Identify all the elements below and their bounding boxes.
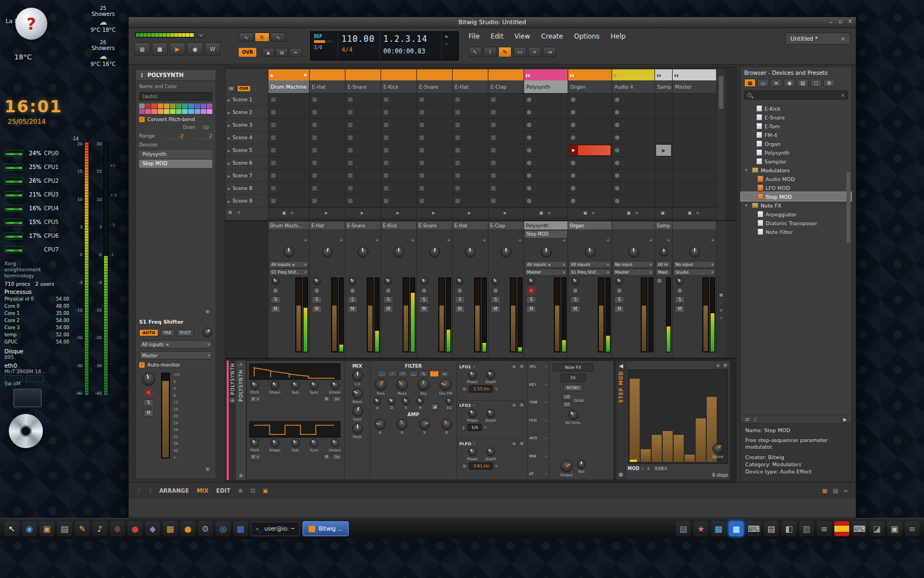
device-pan-knob[interactable] bbox=[577, 460, 586, 469]
lfo2-depth-knob[interactable] bbox=[486, 409, 495, 418]
track-output-select[interactable]: Master▾ bbox=[139, 351, 212, 359]
scene-stop-row[interactable]: ▦ ≡ bbox=[226, 208, 268, 217]
taskbar-icon[interactable]: ♪ bbox=[92, 521, 107, 536]
browser-item[interactable]: Audio MOD bbox=[741, 175, 851, 183]
track-name[interactable]: Drum Machine bbox=[268, 80, 309, 94]
lfo2-rate[interactable]: 1/4 bbox=[468, 424, 482, 431]
solo-button[interactable]: S bbox=[675, 296, 685, 303]
trim-knob[interactable] bbox=[456, 277, 464, 285]
pan-knob[interactable] bbox=[268, 244, 309, 260]
overdub-button[interactable]: OVR bbox=[239, 48, 256, 57]
mute-button[interactable]: M bbox=[526, 306, 536, 313]
clip-slots[interactable] bbox=[453, 94, 488, 208]
trim-knob[interactable] bbox=[272, 277, 279, 285]
filter-eg-knob[interactable] bbox=[446, 397, 453, 405]
browser-item[interactable]: Arpeggiator bbox=[741, 210, 851, 219]
solo-button[interactable]: S bbox=[271, 296, 280, 303]
retrigger-button[interactable]: R bbox=[323, 454, 331, 460]
filter-type-button[interactable]: ⌒ bbox=[430, 370, 439, 377]
scene-play-icon[interactable]: ▶ bbox=[228, 149, 230, 152]
taskbar-icon[interactable]: ⌨ bbox=[746, 521, 761, 536]
track-color-bar[interactable]: ▮▮ bbox=[524, 69, 568, 80]
stopped-clip[interactable]: ▶ bbox=[656, 145, 671, 156]
plfo-depth-knob[interactable] bbox=[486, 448, 495, 456]
color-swatch[interactable] bbox=[145, 109, 151, 114]
document-tab[interactable]: Untitled * × bbox=[785, 32, 850, 45]
retrig-button[interactable]: R bbox=[519, 364, 525, 369]
track-color-bar[interactable] bbox=[345, 69, 381, 80]
amp-r-knob[interactable] bbox=[441, 419, 452, 430]
add-track-device-button[interactable]: + bbox=[229, 397, 236, 403]
arm-button[interactable] bbox=[457, 287, 463, 294]
clip-slots[interactable]: ▶ bbox=[568, 94, 612, 208]
mixer-track-name[interactable] bbox=[673, 221, 716, 230]
legato-button[interactable]: LG bbox=[562, 394, 571, 400]
scene-play-icon[interactable]: ▶ bbox=[228, 136, 230, 140]
amp-s-knob[interactable] bbox=[419, 419, 430, 430]
color-swatch[interactable] bbox=[195, 109, 200, 114]
osc-knob[interactable] bbox=[331, 439, 339, 448]
color-swatch[interactable] bbox=[201, 103, 206, 108]
pan-knob[interactable] bbox=[568, 244, 612, 260]
taskbar-icon[interactable]: ↖ bbox=[4, 521, 19, 536]
track-name[interactable]: E-Kick bbox=[381, 80, 416, 94]
scene-row[interactable]: ▶Scene 9 bbox=[226, 195, 268, 208]
mute-button[interactable]: M bbox=[348, 306, 358, 313]
lfo1-rate[interactable]: 2.55 Hz bbox=[469, 385, 493, 392]
polarity-button[interactable]: ± bbox=[511, 402, 517, 408]
add-device-row[interactable]: + bbox=[453, 238, 488, 244]
automation-write-button[interactable]: W bbox=[205, 42, 221, 56]
step-bar[interactable] bbox=[630, 379, 640, 462]
osc-knob[interactable] bbox=[310, 439, 318, 448]
arm-button[interactable] bbox=[272, 287, 279, 294]
note-fx-slot[interactable]: Note FX bbox=[553, 363, 593, 372]
taskbar-icon[interactable]: ▥ bbox=[799, 521, 814, 536]
meter-options-button[interactable]: ▾ bbox=[197, 32, 205, 38]
color-swatch[interactable] bbox=[207, 103, 212, 108]
collapse-icon[interactable]: ◀ bbox=[619, 363, 623, 369]
plfo-phase-knob[interactable] bbox=[468, 448, 477, 456]
retrig-button[interactable]: R bbox=[722, 363, 728, 368]
metronome-button[interactable]: ▦ bbox=[134, 42, 150, 56]
edit-tool-button[interactable]: I bbox=[483, 47, 497, 57]
filter-env-s-knob[interactable] bbox=[402, 397, 410, 405]
add-device-row[interactable]: + bbox=[310, 238, 345, 244]
lfo-shape-icon[interactable]: ∿ bbox=[483, 425, 487, 430]
automation-follow-button[interactable]: ▲ bbox=[262, 48, 274, 57]
trim-knob[interactable] bbox=[384, 277, 392, 285]
arm-button[interactable] bbox=[385, 287, 392, 294]
taskbar-icon[interactable]: ▦ bbox=[711, 521, 726, 536]
step-bar[interactable] bbox=[674, 435, 684, 462]
loop-button[interactable]: ↻ bbox=[255, 32, 270, 42]
pan-knob[interactable] bbox=[488, 244, 524, 260]
taskbar-icon[interactable]: ■ bbox=[729, 521, 744, 536]
filter-type-button[interactable]: ≈ bbox=[440, 370, 449, 377]
input-select[interactable]: No input▾ bbox=[673, 261, 716, 268]
amp-d-knob[interactable] bbox=[397, 419, 408, 430]
play-button[interactable]: ▶ bbox=[169, 42, 185, 56]
convert-pitchbend-checkbox[interactable]: ✓ bbox=[139, 117, 145, 122]
taskbar-icon[interactable]: ⌨ bbox=[852, 521, 867, 536]
taskbar-icon[interactable]: ⚙ bbox=[198, 521, 213, 536]
add-device-row[interactable]: + bbox=[417, 238, 452, 244]
edit-tool-button[interactable]: ⌖ bbox=[528, 47, 541, 57]
track-color-bar[interactable]: ▮▮ bbox=[568, 69, 612, 80]
track-name[interactable]: E-Hat bbox=[310, 80, 345, 94]
track-device-tab[interactable]: POLYSYNTH + bbox=[227, 361, 236, 480]
osc-mix-knob[interactable] bbox=[352, 370, 363, 381]
mute-button[interactable]: M bbox=[383, 306, 393, 313]
color-swatch[interactable] bbox=[188, 103, 194, 108]
edit-tool-button[interactable]: ⇥ bbox=[543, 47, 556, 57]
solo-button[interactable]: S bbox=[570, 296, 580, 303]
filter-type-button[interactable]: ◡ bbox=[409, 370, 418, 377]
browser-tab[interactable]: ▦ bbox=[744, 79, 756, 87]
track-stop-buttons[interactable]: ■ ≡ bbox=[612, 208, 654, 217]
mixer-track-name[interactable]: E-Snare bbox=[345, 221, 381, 230]
scene-play-icon[interactable]: ▶ bbox=[228, 174, 230, 178]
menu-item[interactable]: Edit bbox=[491, 32, 503, 40]
lfo-shape-icon[interactable]: ∿ bbox=[494, 386, 498, 391]
view-mix[interactable]: MIX bbox=[197, 488, 208, 494]
amp-a-knob[interactable] bbox=[375, 419, 386, 430]
taskbar-icon[interactable]: ◎ bbox=[216, 521, 230, 536]
headphones-icon[interactable]: ∩ bbox=[239, 362, 243, 367]
